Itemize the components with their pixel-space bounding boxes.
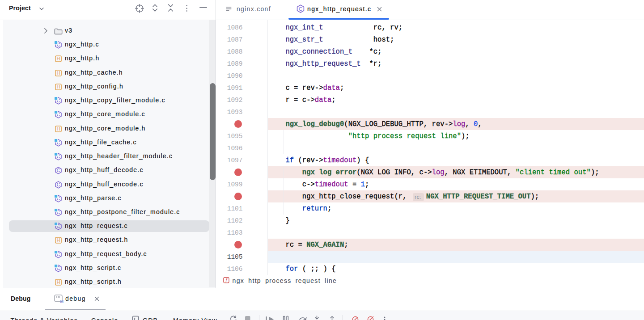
svg-text:H: H — [57, 84, 60, 89]
svg-text:H: H — [57, 56, 60, 62]
svg-text:C: C — [57, 182, 60, 187]
svg-text:H: H — [57, 126, 60, 131]
svg-text:C: C — [57, 168, 60, 173]
svg-text:H: H — [57, 279, 60, 285]
svg-text:H: H — [57, 238, 60, 243]
svg-text:M: M — [60, 299, 64, 303]
svg-text:H: H — [57, 70, 60, 76]
svg-text:C: C — [299, 6, 302, 12]
